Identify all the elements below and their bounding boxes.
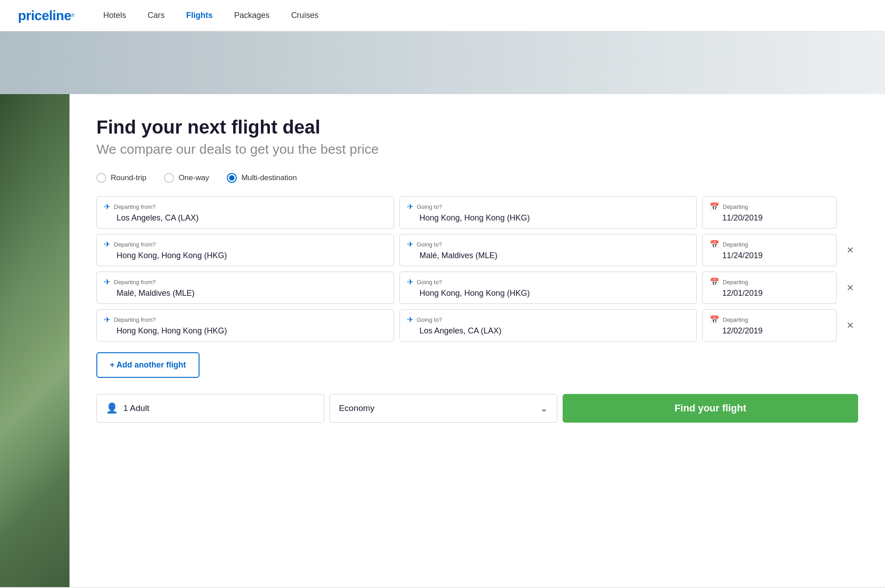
remove-flight-4[interactable]: ✕ <box>842 309 858 342</box>
date-label-header-4: 📅 Departing <box>710 315 829 324</box>
going-label-3: Going to? <box>417 279 442 285</box>
remove-flight-2[interactable]: ✕ <box>842 234 858 266</box>
depart-value-4: Hong Kong, Hong Kong (HKG) <box>104 326 386 336</box>
plane-icon-4: ✈ <box>104 315 110 324</box>
depart-label-4: Departing from? <box>114 316 156 323</box>
depart-field-2[interactable]: ✈ Departing from? Hong Kong, Hong Kong (… <box>96 234 394 266</box>
depart-field-3[interactable]: ✈ Departing from? Malé, Maldives (MLE) <box>96 272 394 304</box>
mountain-image <box>0 94 69 587</box>
trip-type-group: Round-trip One-way Multi-destination <box>96 173 858 183</box>
radio-roundtrip-circle <box>96 173 106 183</box>
main-wrapper: Find your next flight deal We compare ou… <box>0 94 885 588</box>
going-label-header-4: ✈ Going to? <box>407 315 690 324</box>
calendar-icon-2: 📅 <box>710 240 719 249</box>
depart-label-header-1: ✈ Departing from? <box>104 202 386 212</box>
depart-value-3: Malé, Maldives (MLE) <box>104 289 386 298</box>
radio-oneway[interactable]: One-way <box>164 173 209 183</box>
depart-value-1: Los Angeles, CA (LAX) <box>104 213 386 223</box>
going-label-1: Going to? <box>417 203 442 210</box>
date-field-2[interactable]: 📅 Departing 11/24/2019 <box>702 234 837 266</box>
date-label-header-1: 📅 Departing <box>710 202 829 212</box>
passengers-value: 1 Adult <box>123 403 149 413</box>
plane-icon-1: ✈ <box>104 202 110 212</box>
depart-label-3: Departing from? <box>114 279 156 285</box>
plane-dest-icon-2: ✈ <box>407 240 413 249</box>
calendar-icon-4: 📅 <box>710 315 719 324</box>
nav-flights[interactable]: Flights <box>184 7 214 24</box>
chevron-down-icon: ⌄ <box>540 403 548 414</box>
plane-icon-2: ✈ <box>104 240 110 249</box>
depart-label-header-2: ✈ Departing from? <box>104 240 386 249</box>
person-icon: 👤 <box>106 402 118 414</box>
search-card: Find your next flight deal We compare ou… <box>69 94 885 587</box>
add-flight-button[interactable]: + Add another flight <box>96 352 200 378</box>
passengers-field[interactable]: 👤 1 Adult <box>96 394 324 423</box>
date-label-header-3: 📅 Departing <box>710 277 829 287</box>
date-label-1: Departing <box>723 203 748 210</box>
radio-roundtrip-label: Round-trip <box>111 173 146 182</box>
page-subtitle: We compare our deals to get you the best… <box>96 142 858 157</box>
going-label-2: Going to? <box>417 241 442 248</box>
plane-dest-icon-4: ✈ <box>407 315 413 324</box>
radio-roundtrip[interactable]: Round-trip <box>96 173 146 183</box>
logo[interactable]: priceline® <box>18 8 74 23</box>
flight-rows: ✈ Departing from? Los Angeles, CA (LAX) … <box>96 196 858 342</box>
radio-oneway-circle <box>164 173 174 183</box>
going-field-3[interactable]: ✈ Going to? Hong Kong, Hong Kong (HKG) <box>399 272 697 304</box>
page-title: Find your next flight deal <box>96 117 858 138</box>
going-label-header-2: ✈ Going to? <box>407 240 690 249</box>
going-label-4: Going to? <box>417 316 442 323</box>
cabin-value: Economy <box>339 403 374 413</box>
date-field-1[interactable]: 📅 Departing 11/20/2019 <box>702 196 837 229</box>
date-label-3: Departing <box>723 279 748 285</box>
date-value-1: 11/20/2019 <box>710 213 829 223</box>
date-field-4[interactable]: 📅 Departing 12/02/2019 <box>702 309 837 342</box>
depart-field-4[interactable]: ✈ Departing from? Hong Kong, Hong Kong (… <box>96 309 394 342</box>
depart-label-header-4: ✈ Departing from? <box>104 315 386 324</box>
remove-placeholder-1 <box>842 196 858 229</box>
depart-label-header-3: ✈ Departing from? <box>104 277 386 287</box>
logo-text: priceline <box>18 8 71 23</box>
flight-row-2: ✈ Departing from? Hong Kong, Hong Kong (… <box>96 234 858 266</box>
going-field-2[interactable]: ✈ Going to? Malé, Maldives (MLE) <box>399 234 697 266</box>
flight-row-4: ✈ Departing from? Hong Kong, Hong Kong (… <box>96 309 858 342</box>
nav-packages[interactable]: Packages <box>232 7 271 24</box>
hero-banner <box>0 31 885 94</box>
going-label-header-3: ✈ Going to? <box>407 277 690 287</box>
plane-dest-icon-3: ✈ <box>407 277 413 287</box>
nav-cars[interactable]: Cars <box>146 7 166 24</box>
nav-cruises[interactable]: Cruises <box>289 7 320 24</box>
search-button[interactable]: Find your flight <box>563 394 858 423</box>
date-value-3: 12/01/2019 <box>710 289 829 298</box>
calendar-icon-1: 📅 <box>710 202 719 212</box>
going-value-2: Malé, Maldives (MLE) <box>407 251 690 260</box>
going-label-header-1: ✈ Going to? <box>407 202 690 212</box>
going-value-4: Los Angeles, CA (LAX) <box>407 326 690 336</box>
date-label-2: Departing <box>723 241 748 248</box>
flight-row-1: ✈ Departing from? Los Angeles, CA (LAX) … <box>96 196 858 229</box>
date-value-2: 11/24/2019 <box>710 251 829 260</box>
going-field-4[interactable]: ✈ Going to? Los Angeles, CA (LAX) <box>399 309 697 342</box>
going-value-3: Hong Kong, Hong Kong (HKG) <box>407 289 690 298</box>
radio-multidest[interactable]: Multi-destination <box>227 173 297 183</box>
remove-flight-3[interactable]: ✕ <box>842 272 858 304</box>
going-value-1: Hong Kong, Hong Kong (HKG) <box>407 213 690 223</box>
going-field-1[interactable]: ✈ Going to? Hong Kong, Hong Kong (HKG) <box>399 196 697 229</box>
cabin-select[interactable]: Economy ⌄ <box>330 394 557 423</box>
depart-value-2: Hong Kong, Hong Kong (HKG) <box>104 251 386 260</box>
date-value-4: 12/02/2019 <box>710 326 829 336</box>
date-field-3[interactable]: 📅 Departing 12/01/2019 <box>702 272 837 304</box>
date-label-4: Departing <box>723 316 748 323</box>
header: priceline® Hotels Cars Flights Packages … <box>0 0 885 31</box>
radio-multidest-label: Multi-destination <box>241 173 297 182</box>
flight-row-3: ✈ Departing from? Malé, Maldives (MLE) ✈… <box>96 272 858 304</box>
date-label-header-2: 📅 Departing <box>710 240 829 249</box>
radio-oneway-label: One-way <box>178 173 209 182</box>
bottom-row: 👤 1 Adult Economy ⌄ Find your flight <box>96 394 858 423</box>
calendar-icon-3: 📅 <box>710 277 719 287</box>
depart-label-2: Departing from? <box>114 241 156 248</box>
plane-dest-icon-1: ✈ <box>407 202 413 212</box>
depart-field-1[interactable]: ✈ Departing from? Los Angeles, CA (LAX) <box>96 196 394 229</box>
radio-multidest-circle <box>227 173 237 183</box>
nav-hotels[interactable]: Hotels <box>101 7 128 24</box>
